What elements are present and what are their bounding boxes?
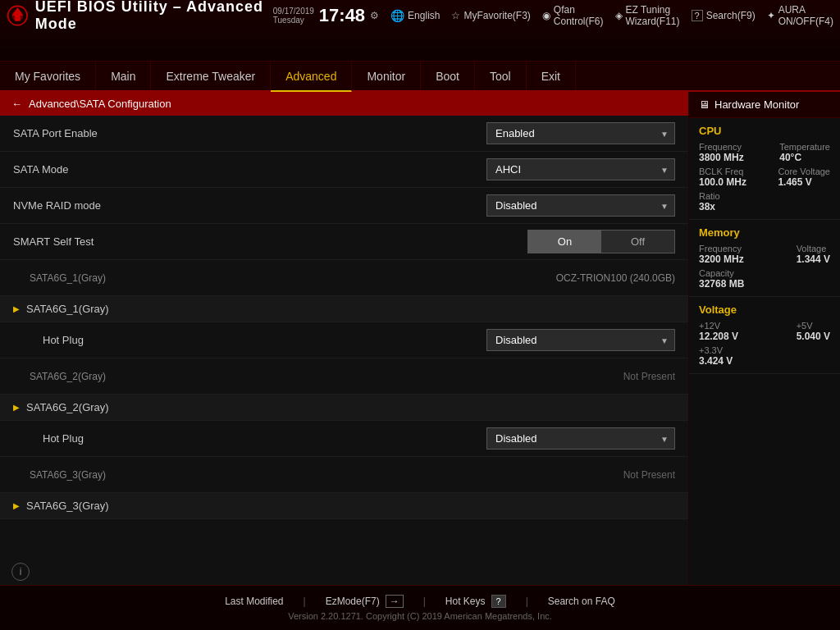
mem-freq-pair: Frequency 3200 MHz xyxy=(699,244,744,265)
search-faq-label: Search on FAQ xyxy=(548,596,615,607)
v33-label: +3.3V xyxy=(699,345,733,355)
v5-value: 5.040 V xyxy=(797,331,830,342)
sata-port-enable-row: SATA Port Enable Enabled Disabled xyxy=(0,116,688,152)
cpu-section-title: CPU xyxy=(699,125,830,137)
sata6g1-section[interactable]: ▶ SATA6G_1(Gray) xyxy=(0,296,688,322)
v12-value: 12.208 V xyxy=(699,331,738,342)
sata6g1-chevron-icon: ▶ xyxy=(13,304,20,313)
header-info: 09/17/2019 Tuesday 17:48 ⚙ 🌐 English ☆ M… xyxy=(273,4,833,27)
language-item[interactable]: 🌐 English xyxy=(390,9,440,22)
footer-search-faq[interactable]: Search on FAQ xyxy=(548,596,615,607)
hot-plug-1-row: Hot Plug Enabled Disabled xyxy=(0,322,688,358)
ez-mode-arrow-icon: → xyxy=(386,595,404,608)
hot-plug-1-dropdown-wrapper: Enabled Disabled xyxy=(486,329,675,351)
nav-exit[interactable]: Exit xyxy=(527,62,576,90)
sata6g2-section[interactable]: ▶ SATA6G_2(Gray) xyxy=(0,395,688,421)
breadcrumb-path: Advanced\SATA Configuration xyxy=(29,98,171,110)
ez-tuning-item[interactable]: ◈ EZ Tuning Wizard(F11) xyxy=(615,4,680,27)
sata6g1-info-label: SATA6G_1(Gray) xyxy=(13,272,543,284)
bclk-pair: BCLK Freq 100.0 MHz xyxy=(699,167,746,188)
nav-main[interactable]: Main xyxy=(96,62,151,90)
main-panel: ← Advanced\SATA Configuration SATA Port … xyxy=(0,92,688,585)
v5-pair: +5V 5.040 V xyxy=(797,321,830,342)
cpu-freq-pair: Frequency 3800 MHz xyxy=(699,142,744,163)
v12-pair: +12V 12.208 V xyxy=(699,321,738,342)
smart-self-test-row: SMART Self Test On Off xyxy=(0,224,688,260)
hardware-monitor-panel: 🖥 Hardware Monitor CPU Frequency 3800 MH… xyxy=(688,92,840,585)
nav-tool[interactable]: Tool xyxy=(475,62,527,90)
bclk-label: BCLK Freq xyxy=(699,167,746,176)
time-display: 17:48 xyxy=(319,5,365,26)
footer-divider-1: | xyxy=(304,596,306,607)
ratio-row: Ratio 38x xyxy=(699,191,830,212)
ez-mode-label: EzMode(F7) xyxy=(326,596,380,607)
gear-icon[interactable]: ⚙ xyxy=(370,10,379,21)
mem-capacity-pair: Capacity 32768 MB xyxy=(699,268,744,290)
cpu-temp-label: Temperature xyxy=(779,142,830,152)
smart-self-test-toggle: On Off xyxy=(527,230,675,253)
nav-my-favorites[interactable]: My Favorites xyxy=(0,62,96,90)
breadcrumb-back-icon[interactable]: ← xyxy=(11,98,22,110)
v33-row: +3.3V 3.424 V xyxy=(699,345,830,367)
smart-self-test-off-button[interactable]: Off xyxy=(601,231,674,253)
hardware-monitor-title: 🖥 Hardware Monitor xyxy=(689,92,840,118)
memory-section-title: Memory xyxy=(699,226,830,239)
sata-mode-value: AHCI IDE RAID xyxy=(486,158,675,180)
ratio-pair: Ratio 38x xyxy=(699,191,720,212)
v12-row: +12V 12.208 V +5V 5.040 V xyxy=(699,321,830,342)
smart-self-test-on-button[interactable]: On xyxy=(528,231,601,253)
mem-voltage-label: Voltage xyxy=(797,244,830,253)
sata-mode-dropdown[interactable]: AHCI IDE RAID xyxy=(486,158,675,180)
sata-port-enable-dropdown-wrapper: Enabled Disabled xyxy=(486,122,675,144)
sata6g3-not-present: Not Present xyxy=(623,469,675,481)
date-area: 09/17/2019 Tuesday xyxy=(273,7,314,25)
search-icon: ? xyxy=(692,10,703,21)
core-voltage-value: 1.465 V xyxy=(778,176,830,188)
sata6g1-section-label: SATA6G_1(Gray) xyxy=(26,303,109,315)
nvme-raid-value: Enabled Disabled xyxy=(486,194,675,217)
nvme-raid-row: NVMe RAID mode Enabled Disabled xyxy=(0,188,688,224)
footer-last-modified: Last Modified xyxy=(225,596,283,607)
sata6g3-section-label: SATA6G_3(Gray) xyxy=(26,500,109,512)
nav-monitor[interactable]: Monitor xyxy=(352,62,421,90)
ez-tuning-icon: ◈ xyxy=(615,10,623,21)
hot-keys-key[interactable]: ? xyxy=(491,595,506,608)
search-header-label: Search(F9) xyxy=(706,10,756,21)
aura-item[interactable]: ✦ AURA ON/OFF(F4) xyxy=(767,4,833,27)
footer-hot-keys: Hot Keys ? xyxy=(445,595,506,608)
ez-tuning-label: EZ Tuning Wizard(F11) xyxy=(626,4,680,27)
mem-capacity-value: 32768 MB xyxy=(699,278,744,290)
mem-capacity-row: Capacity 32768 MB xyxy=(699,268,830,290)
nav-advanced[interactable]: Advanced xyxy=(271,62,352,92)
bclk-row: BCLK Freq 100.0 MHz Core Voltage 1.465 V xyxy=(699,167,830,188)
hot-plug-1-label: Hot Plug xyxy=(13,334,486,346)
nav-boot[interactable]: Boot xyxy=(421,62,475,90)
sata6g3-section[interactable]: ▶ SATA6G_3(Gray) xyxy=(0,493,688,519)
cpu-section: CPU Frequency 3800 MHz Temperature 40°C … xyxy=(689,118,840,220)
qfan-item[interactable]: ◉ Qfan Control(F6) xyxy=(542,4,604,27)
hot-plug-2-dropdown[interactable]: Enabled Disabled xyxy=(486,427,675,450)
footer-ez-mode[interactable]: EzMode(F7) → xyxy=(326,595,404,608)
nav-extreme-tweaker[interactable]: Extreme Tweaker xyxy=(151,62,271,90)
info-icon[interactable]: i xyxy=(11,563,30,581)
hardware-monitor-label: Hardware Monitor xyxy=(714,98,799,111)
myfav-item[interactable]: ☆ MyFavorite(F3) xyxy=(451,10,530,21)
hot-plug-2-row: Hot Plug Enabled Disabled xyxy=(0,421,688,457)
sata6g3-info-label: SATA6G_3(Gray) xyxy=(13,469,610,481)
v33-pair: +3.3V 3.424 V xyxy=(699,345,733,367)
breadcrumb: ← Advanced\SATA Configuration xyxy=(0,92,688,116)
memory-section: Memory Frequency 3200 MHz Voltage 1.344 … xyxy=(689,220,840,297)
hot-plug-1-dropdown[interactable]: Enabled Disabled xyxy=(486,329,675,351)
sata-port-enable-label: SATA Port Enable xyxy=(13,127,486,139)
mem-freq-label: Frequency xyxy=(699,244,744,253)
sata-port-enable-dropdown[interactable]: Enabled Disabled xyxy=(486,122,675,144)
sata6g2-info-label: SATA6G_2(Gray) xyxy=(13,371,610,382)
search-item[interactable]: ? Search(F9) xyxy=(692,10,756,21)
nvme-raid-dropdown[interactable]: Enabled Disabled xyxy=(486,194,675,217)
header-title: UEFI BIOS Utility – Advanced Mode xyxy=(35,0,265,33)
mem-voltage-pair: Voltage 1.344 V xyxy=(797,244,830,265)
v12-label: +12V xyxy=(699,321,738,331)
sata6g2-section-label: SATA6G_2(Gray) xyxy=(26,401,109,413)
content-area: ← Advanced\SATA Configuration SATA Port … xyxy=(0,92,840,585)
footer-divider-3: | xyxy=(526,596,528,607)
